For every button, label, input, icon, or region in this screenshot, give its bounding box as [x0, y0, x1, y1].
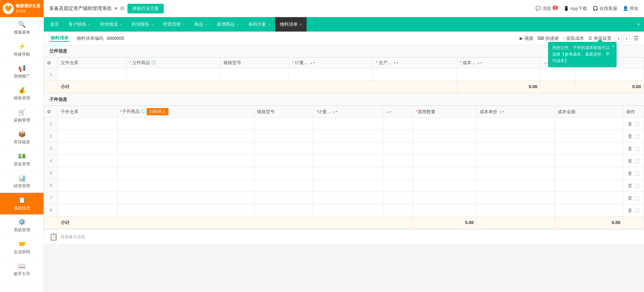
- view-button[interactable]: ▶ 视频: [520, 35, 533, 42]
- bottom-bar[interactable]: 📋 添加备注信息: [44, 230, 644, 244]
- sidebar-item-operations[interactable]: 📊 经营管理: [0, 171, 44, 193]
- sidebar-item-finance[interactable]: 💵 资金管理: [0, 149, 44, 171]
- sidebar-item-search[interactable]: 🔍 搜索菜单: [0, 17, 44, 39]
- copy-icon-row4[interactable]: ⬚: [635, 158, 640, 164]
- scan-button[interactable]: 扫码录入: [147, 108, 169, 115]
- child-row-1-qty[interactable]: [413, 118, 477, 130]
- tab-bom-close[interactable]: ×: [300, 23, 302, 26]
- sort-icon: ▲▼: [310, 62, 315, 65]
- parent-row-1-production[interactable]: [373, 68, 457, 81]
- copy-icon-row1[interactable]: ⬚: [635, 121, 640, 127]
- child-subtotal-cost-amount: 0.00: [555, 217, 623, 229]
- expand-button[interactable]: ☰: [634, 35, 639, 42]
- parent-row-1-unit[interactable]: [289, 68, 373, 81]
- child-row-1-unit[interactable]: [313, 118, 383, 130]
- child-row-2-unit-cost[interactable]: [477, 130, 555, 142]
- parent-row-1-cost[interactable]: [457, 68, 540, 81]
- message-icon: 💬: [535, 6, 541, 11]
- toolbar-right: ▶ 视频 ⌨ 快捷键 ↑ 提取成本 ☰ 单据设置 ‹ › ☰: [520, 35, 639, 42]
- child-row-2-qty[interactable]: [413, 130, 477, 142]
- child-row-2-product[interactable]: [117, 130, 254, 142]
- child-row-1-unit-cost[interactable]: [477, 118, 555, 130]
- copy-icon-row3[interactable]: ⬚: [635, 145, 640, 152]
- child-row-2-spec[interactable]: [254, 130, 313, 142]
- child-row-1-warehouse[interactable]: [58, 118, 117, 130]
- sidebar-item-purchase[interactable]: 🛒 采购管理: [0, 105, 44, 127]
- sidebar-item-inventory[interactable]: 📦 库存核算: [0, 127, 44, 149]
- close-all-tabs[interactable]: ×: [634, 22, 643, 27]
- child-row-2-unit[interactable]: [313, 130, 383, 142]
- tab-product[interactable]: 商品 ×: [189, 17, 212, 32]
- online-service-button[interactable]: 🎧 在线客服: [593, 5, 617, 12]
- key-icon: ⌨: [537, 36, 544, 41]
- tab-product-close[interactable]: ×: [205, 23, 207, 26]
- handshake-icon: 🤝: [18, 240, 26, 248]
- tab-operations[interactable]: 经营情况 ×: [95, 17, 127, 32]
- tab-customer[interactable]: 客户联络 ×: [64, 17, 95, 32]
- prev-button[interactable]: ‹: [616, 35, 622, 42]
- messages-button[interactable]: 💬 消息 6: [535, 5, 558, 12]
- copy-icon-row2[interactable]: ⬚: [635, 133, 640, 139]
- child-th-action: 操作: [623, 106, 644, 118]
- delete-icon-row6[interactable]: 🗑: [628, 183, 633, 188]
- delete-icon-row2[interactable]: 🗑: [628, 133, 633, 139]
- tab-history[interactable]: 经营历程 ×: [158, 17, 190, 32]
- user-menu[interactable]: 👤 用友: [623, 5, 639, 12]
- settings-gear-icon[interactable]: ⚙: [120, 5, 125, 12]
- trial-button[interactable]: 体验行业方案: [127, 4, 164, 13]
- parent-row-1-warehouse[interactable]: [58, 68, 127, 81]
- info-icon: ⓘ: [151, 60, 156, 65]
- doc-number: 0000005: [107, 36, 124, 41]
- app-download-button[interactable]: 📱 App下载: [564, 5, 587, 12]
- tab-new-product[interactable]: 新增商品 ×: [212, 17, 244, 32]
- tab-barcode-close[interactable]: ×: [268, 23, 270, 26]
- child-row-1-product[interactable]: [117, 118, 254, 130]
- sidebar-item-quicknav[interactable]: ⚡ 快捷导航: [0, 39, 44, 61]
- parent-row-1-product[interactable]: [126, 68, 220, 81]
- delete-icon-row8[interactable]: 🗑: [628, 207, 633, 213]
- child-th-spec: 规格型号: [254, 106, 313, 118]
- tab-bom[interactable]: 物料清单 ×: [275, 17, 307, 32]
- delete-icon-row3[interactable]: 🗑: [628, 145, 633, 151]
- delete-icon-row7[interactable]: 🗑: [628, 195, 633, 201]
- tab-home[interactable]: 首页: [45, 17, 64, 32]
- tab-operations-close[interactable]: ×: [120, 23, 122, 26]
- sidebar-item-guide[interactable]: 📖 新手引导: [0, 259, 44, 281]
- copy-icon-row7[interactable]: ⬚: [635, 195, 640, 201]
- parent-row-1-spec[interactable]: [221, 68, 289, 81]
- sidebar-item-marketing[interactable]: 📢 营销推广: [0, 61, 44, 83]
- tab-customer-close[interactable]: ×: [88, 23, 90, 26]
- child-row-1-spec[interactable]: [254, 118, 313, 130]
- shortcut-button[interactable]: ⌨ 快捷键: [537, 35, 559, 42]
- tab-new-product-close[interactable]: ×: [237, 23, 239, 26]
- copy-icon-row6[interactable]: ⬚: [635, 183, 640, 189]
- sidebar-item-system[interactable]: ⚙️ 系统管理: [0, 215, 44, 237]
- child-row-1-actions: 🗑 ⬚: [623, 118, 644, 130]
- child-th-unit: *计量... ▲▼: [313, 106, 383, 118]
- child-section: 子件信息 ⚙ 子件仓库 *子件商品 ⓘ 扫码录入 规格型号 *计量...: [44, 94, 644, 229]
- extract-cost-button[interactable]: ↑ 提取成本: [563, 35, 584, 42]
- tab-profit[interactable]: 利润报告 ×: [127, 17, 158, 32]
- child-row-2-warehouse[interactable]: [58, 130, 117, 142]
- tab-barcode[interactable]: 条码方案 ×: [244, 17, 275, 32]
- cart-icon: 🛒: [18, 108, 26, 116]
- delete-icon-row1[interactable]: 🗑: [628, 121, 633, 127]
- next-button[interactable]: ›: [623, 35, 630, 42]
- sort-icon5: ▲▼: [333, 110, 338, 113]
- child-th-product: *子件商品 ⓘ 扫码录入: [117, 106, 254, 118]
- megaphone-icon: 📢: [18, 65, 26, 72]
- sidebar-item-enterprise[interactable]: 🤝 企业协同: [0, 237, 44, 259]
- delete-icon-row4[interactable]: 🗑: [628, 158, 633, 164]
- tab-history-close[interactable]: ×: [183, 23, 185, 26]
- copy-icon-row5[interactable]: ⬚: [635, 170, 640, 176]
- delete-icon-row5[interactable]: 🗑: [628, 170, 633, 176]
- sidebar-item-sales[interactable]: 💰 销售管理: [0, 83, 44, 105]
- tab-profit-close[interactable]: ×: [151, 23, 153, 26]
- sidebar-item-basic-info[interactable]: 📋 基础信息: [0, 193, 44, 215]
- toolbar-tab-bom[interactable]: 物料清单: [49, 35, 70, 42]
- info-icon2: ⓘ: [141, 109, 145, 114]
- copy-icon-row8[interactable]: ⬚: [635, 207, 640, 213]
- dropdown-arrow-icon[interactable]: ▾: [114, 5, 117, 12]
- gear-icon: ⚙️: [18, 218, 26, 226]
- tooltip-close-button[interactable]: ×: [612, 43, 615, 50]
